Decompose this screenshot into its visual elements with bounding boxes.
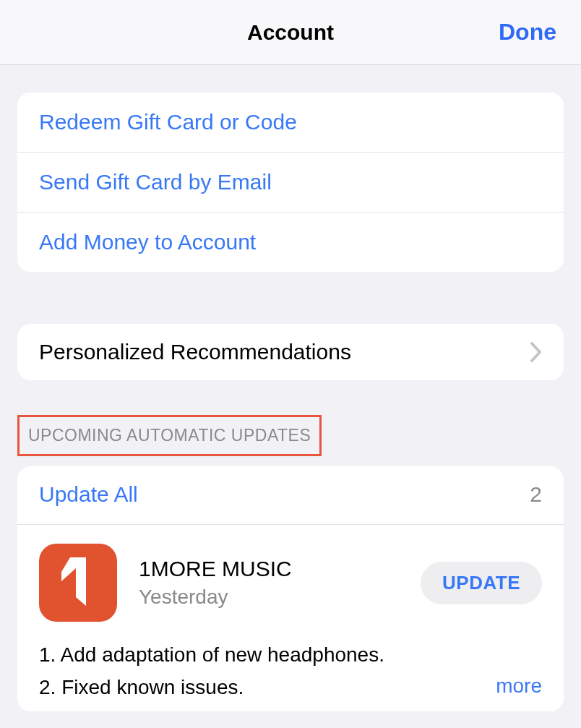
add-money-row[interactable]: Add Money to Account bbox=[17, 213, 564, 272]
personalized-recommendations-row[interactable]: Personalized Recommendations bbox=[17, 324, 564, 380]
app-update-date: Yesterday bbox=[139, 586, 399, 609]
release-notes: 1. Add adaptation of new headphones. 2. … bbox=[17, 635, 564, 711]
chevron-right-icon bbox=[530, 342, 542, 362]
release-note-line: 1. Add adaptation of new headphones. bbox=[39, 639, 542, 672]
update-button[interactable]: UPDATE bbox=[421, 562, 542, 604]
upcoming-updates-header: UPCOMING AUTOMATIC UPDATES bbox=[17, 415, 322, 456]
update-all-row: Update All 2 bbox=[17, 466, 564, 525]
send-gift-card-row[interactable]: Send Gift Card by Email bbox=[17, 153, 564, 213]
app-icon[interactable] bbox=[39, 544, 117, 622]
update-all-button[interactable]: Update All bbox=[39, 482, 138, 507]
page-title: Account bbox=[247, 20, 334, 45]
release-note-line: 2. Fixed known issues. bbox=[39, 672, 542, 704]
redeem-gift-card-row[interactable]: Redeem Gift Card or Code bbox=[17, 93, 564, 153]
nav-bar: Account Done bbox=[0, 0, 581, 65]
personalized-recommendations-label: Personalized Recommendations bbox=[39, 340, 351, 364]
app-name: 1MORE MUSIC bbox=[139, 557, 399, 581]
gift-card-section: Redeem Gift Card or Code Send Gift Card … bbox=[17, 93, 564, 272]
update-count-badge: 2 bbox=[530, 482, 542, 507]
app-row: 1MORE MUSIC Yesterday UPDATE bbox=[17, 525, 564, 635]
done-button[interactable]: Done bbox=[499, 19, 556, 46]
updates-section: Update All 2 1MORE MUSIC Yesterday UPDAT… bbox=[17, 466, 564, 711]
more-link[interactable]: more bbox=[484, 670, 542, 703]
app-update-item: 1MORE MUSIC Yesterday UPDATE 1. Add adap… bbox=[17, 525, 564, 711]
app-meta: 1MORE MUSIC Yesterday bbox=[139, 557, 399, 609]
